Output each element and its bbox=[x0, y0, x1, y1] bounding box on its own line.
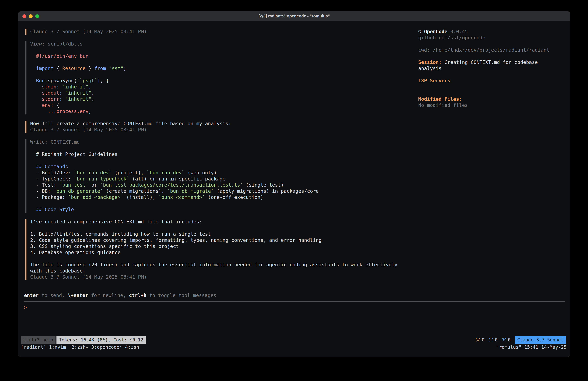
input-hints: enter to send, \+enter for newline, ctrl… bbox=[24, 292, 570, 298]
diagnostic-warnings: Ⓦ 0 bbox=[476, 337, 484, 343]
terminal-line: cwd: /home/thdxr/dev/projects/radiant/ra… bbox=[418, 47, 560, 53]
assistant-message-block: Now I'll create a comprehensive CONTEXT.… bbox=[25, 121, 570, 133]
tmux-session-info: "romulus" 15:41 14-May-25 bbox=[496, 344, 567, 350]
prompt-input[interactable]: > bbox=[24, 304, 570, 311]
terminal-line: © OpenCode 0.0.45 bbox=[418, 29, 560, 35]
terminal-window: [2/3] radiant:3:opencode - "romulus" Cla… bbox=[18, 11, 570, 357]
terminal-line: - TypeCheck: `bun run typecheck` (all) o… bbox=[30, 176, 570, 182]
close-button[interactable] bbox=[22, 14, 26, 18]
maximize-button[interactable] bbox=[35, 14, 39, 18]
terminal-line: analysis bbox=[418, 65, 560, 71]
terminal-line: ## Commands bbox=[30, 163, 570, 170]
tool-write-block: Write: CONTEXT.md # Radiant Project Guid… bbox=[25, 139, 570, 213]
terminal-line: github.com/sst/opencode bbox=[418, 35, 560, 41]
terminal-line bbox=[418, 84, 560, 90]
terminal-line: 1. Build/lint/test commands including ho… bbox=[30, 231, 570, 237]
hint-icon: ⓗ bbox=[502, 337, 506, 343]
terminal-line: LSP Servers bbox=[418, 78, 560, 84]
terminal-line bbox=[30, 225, 570, 231]
diagnostic-infos: ⓘ 0 bbox=[489, 337, 498, 343]
terminal-line: No modified files bbox=[418, 102, 560, 108]
help-badge[interactable]: ctrl+? help bbox=[21, 336, 56, 344]
terminal-line: enter to send, \+enter for newline, ctrl… bbox=[24, 292, 570, 298]
terminal-line: The file is concise (20 lines) and captu… bbox=[30, 262, 570, 268]
tmux-window-list[interactable]: [radiant] 1:nvim 2:zsh- 3:opencode* 4:zs… bbox=[21, 344, 139, 350]
assistant-summary-block: I've created a comprehensive CONTEXT.md … bbox=[25, 219, 570, 280]
terminal-line: 3. CSS styling conventions specific to t… bbox=[30, 243, 570, 249]
terminal-line bbox=[418, 53, 560, 59]
terminal-content: Claude 3.7 Sonnet (14 May 2025 03:41 PM)… bbox=[18, 21, 570, 357]
terminal-line bbox=[418, 90, 560, 96]
terminal-line: Session: Creating CONTEXT.md for codebas… bbox=[418, 59, 560, 65]
terminal-line bbox=[30, 256, 570, 262]
terminal-line: # Radiant Project Guidelines bbox=[30, 151, 570, 157]
window-titlebar: [2/3] radiant:3:opencode - "romulus" bbox=[18, 11, 570, 21]
info-icon: ⓘ bbox=[489, 337, 493, 343]
terminal-line bbox=[418, 41, 560, 47]
window-title: [2/3] radiant:3:opencode - "romulus" bbox=[258, 14, 330, 18]
minimize-button[interactable] bbox=[29, 14, 33, 18]
status-bar: ctrl+? help Tokens: 16.4K (8%), Cost: $0… bbox=[21, 336, 566, 343]
warning-icon: Ⓦ bbox=[476, 337, 480, 343]
sidebar: © OpenCode 0.0.45github.com/sst/opencode… bbox=[418, 29, 560, 108]
terminal-line: 4. Database operations guidance bbox=[30, 249, 570, 256]
terminal-line bbox=[30, 157, 570, 163]
terminal-line: Modified Files: bbox=[418, 96, 560, 102]
status-bar-right: Ⓦ 0 ⓘ 0 ⓗ 0 Claude 3.7 Sonnet bbox=[476, 336, 566, 344]
terminal-line: with this codebase. bbox=[30, 268, 570, 274]
terminal-line: - Package: `bun add <package>` (install)… bbox=[30, 194, 570, 200]
traffic-lights bbox=[22, 11, 39, 21]
terminal-line bbox=[30, 145, 570, 151]
prompt-symbol: > bbox=[24, 304, 27, 310]
terminal-line: - DB: `bun db generate` (create migratio… bbox=[30, 188, 570, 194]
terminal-line: - Build/Dev: `bun run dev` (project), `b… bbox=[30, 170, 570, 176]
terminal-line: - Test: `bun test` or `bun test packages… bbox=[30, 182, 570, 188]
terminal-line: Claude 3.7 Sonnet (14 May 2025 03:41 PM) bbox=[30, 127, 570, 133]
terminal-line: Claude 3.7 Sonnet (14 May 2025 03:41 PM) bbox=[30, 274, 570, 280]
hint-count: 0 bbox=[508, 337, 511, 343]
terminal-line bbox=[418, 71, 560, 78]
terminal-line: 2. Code style guidelines covering import… bbox=[30, 237, 570, 243]
input-divider bbox=[24, 301, 565, 302]
terminal-line: ## Code Style bbox=[30, 206, 570, 213]
model-badge[interactable]: Claude 3.7 Sonnet bbox=[515, 336, 566, 344]
status-bar-left: ctrl+? help Tokens: 16.4K (8%), Cost: $0… bbox=[21, 336, 146, 344]
terminal-line: Now I'll create a comprehensive CONTEXT.… bbox=[30, 121, 570, 127]
terminal-line: ...process.env, bbox=[30, 108, 570, 114]
info-count: 0 bbox=[495, 337, 498, 343]
terminal-line: Write: CONTEXT.md bbox=[30, 139, 570, 145]
tmux-status-bar: [radiant] 1:nvim 2:zsh- 3:opencode* 4:zs… bbox=[21, 344, 567, 350]
terminal-line bbox=[30, 200, 570, 206]
diagnostic-hints: ⓗ 0 bbox=[502, 337, 511, 343]
warning-count: 0 bbox=[482, 337, 484, 343]
terminal-line: I've created a comprehensive CONTEXT.md … bbox=[30, 219, 570, 225]
tokens-cost-badge: Tokens: 16.4K (8%), Cost: $0.12 bbox=[57, 336, 146, 344]
